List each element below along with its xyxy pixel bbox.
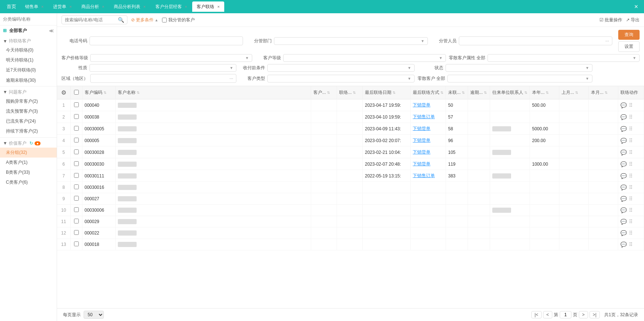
chat-icon[interactable]: 💬 <box>620 184 627 190</box>
settings-icon[interactable]: ⚙ <box>61 89 66 96</box>
more-actions-icon[interactable]: ⠿ <box>629 161 633 167</box>
sidebar-item-churn-warning[interactable]: 流失预警客户(3) <box>0 106 57 116</box>
first-page-button[interactable]: |< <box>531 311 542 318</box>
th-last-month[interactable]: 上月...⇅ <box>559 86 589 99</box>
row-last-contact-method[interactable]: 下销货单 <box>411 135 446 147</box>
row-checkbox[interactable] <box>74 126 79 131</box>
select-price-level[interactable]: ▼ <box>90 54 252 62</box>
close-all-button[interactable]: × <box>631 3 641 11</box>
sidebar-item-a-class[interactable]: A类客户(1) <box>0 158 57 167</box>
search-button[interactable]: 查询 <box>618 30 640 40</box>
contact-method-link[interactable]: 下销货单 <box>413 149 430 155</box>
all-customers-header[interactable]: ⊞ 全部客户 ≪ <box>0 25 57 36</box>
chat-icon[interactable]: 💬 <box>620 207 627 213</box>
select-customer-level[interactable]: ▼ <box>283 54 446 62</box>
row-checkbox[interactable] <box>74 138 79 142</box>
contact-method-link[interactable]: 下销货单 <box>413 138 430 143</box>
row-checkbox[interactable] <box>74 219 79 223</box>
row-last-contact-method[interactable]: 下销货单 <box>411 147 446 158</box>
more-actions-icon[interactable]: ⠿ <box>629 196 633 202</box>
more-actions-icon[interactable]: ⠿ <box>629 219 633 225</box>
more-actions-icon[interactable]: ⠿ <box>629 138 633 144</box>
close-customer-segment-tab[interactable]: × <box>185 4 187 9</box>
chat-icon[interactable]: 💬 <box>620 161 627 167</box>
main-search-input[interactable] <box>65 17 116 22</box>
more-actions-icon[interactable]: ⠿ <box>629 102 633 108</box>
area-dots-icon[interactable]: ··· <box>229 76 233 81</box>
sidebar-item-b-class[interactable]: B类客户(33) <box>0 167 57 177</box>
close-sales-tab[interactable]: × <box>41 4 43 9</box>
sidebar-item-7days-pending[interactable]: 近7天待联络(0) <box>0 65 57 75</box>
page-size-select[interactable]: 50 100 200 <box>84 311 104 319</box>
row-checkbox[interactable] <box>74 173 79 178</box>
row-checkbox[interactable] <box>74 102 79 107</box>
row-checkbox[interactable] <box>74 207 79 212</box>
chat-icon[interactable]: 💬 <box>620 149 627 155</box>
row-checkbox[interactable] <box>74 196 79 201</box>
main-search-icon[interactable]: 🔍 <box>118 17 124 23</box>
th-uncontacted[interactable]: 未联...⇅ <box>446 86 468 99</box>
select-customer-type[interactable]: ▼ <box>267 75 414 82</box>
sidebar-group-value[interactable]: ▼ 价值客户 ↻ ● <box>0 138 57 148</box>
sidebar-group-problem[interactable]: ▼ 问题客户 <box>0 87 57 96</box>
close-purchase-tab[interactable]: × <box>69 4 71 9</box>
close-product-analysis-list-tab[interactable]: × <box>143 4 145 9</box>
sidebar-item-stockpile-abnormal[interactable]: 囤购异常客户(2) <box>0 96 57 106</box>
more-filter-button[interactable]: ⊘ 更多条件 ▲ <box>131 17 158 23</box>
select-area[interactable]: ··· <box>90 74 236 83</box>
contact-method-link[interactable]: 下销售订单 <box>413 173 435 178</box>
th-code[interactable]: 客户编码⇅ <box>82 86 115 99</box>
select-person[interactable]: ··· <box>459 36 612 45</box>
sidebar-search-input[interactable] <box>3 17 57 22</box>
chat-icon[interactable]: 💬 <box>620 102 627 108</box>
batch-ops-button[interactable]: ☑ 批量操作 <box>599 17 622 23</box>
th-partner[interactable]: 往来单位联系人⇅ <box>490 86 530 99</box>
row-last-contact-method[interactable]: 下销货单 <box>411 123 446 135</box>
close-customer-contact-tab[interactable]: × <box>217 4 219 9</box>
my-customers-checkbox-label[interactable]: 我分管的客户 <box>162 17 195 23</box>
tab-customer-segment[interactable]: 客户分层经客 × <box>151 1 191 12</box>
row-checkbox[interactable] <box>74 241 79 246</box>
tab-customer-contact[interactable]: 客户联络 × <box>192 1 224 12</box>
more-actions-icon[interactable]: ⠿ <box>629 173 633 179</box>
row-last-contact-method[interactable]: 下销售订单 <box>411 111 446 123</box>
tab-product-analysis[interactable]: 商品分析 × <box>77 1 109 12</box>
close-product-analysis-tab[interactable]: × <box>102 4 104 9</box>
row-checkbox[interactable] <box>74 161 79 166</box>
sidebar-item-declining[interactable]: 持续下滑客户(2) <box>0 126 57 136</box>
tab-product-analysis-list[interactable]: 商品分析列表 × <box>109 1 150 12</box>
th-customer[interactable]: 客户...⇅ <box>311 86 337 99</box>
home-tab[interactable]: 首页 <box>3 3 20 10</box>
chat-icon[interactable]: 💬 <box>620 230 627 236</box>
th-name[interactable]: 客户名称⇅ <box>115 86 311 99</box>
more-actions-icon[interactable]: ⠿ <box>629 149 633 155</box>
row-checkbox[interactable] <box>74 149 79 154</box>
chat-icon[interactable]: 💬 <box>620 241 627 247</box>
chat-icon[interactable]: 💬 <box>620 114 627 120</box>
select-nature[interactable]: ▼ <box>89 64 236 72</box>
reset-button[interactable]: 设置 <box>618 41 640 52</box>
next-page-button[interactable]: > <box>579 311 588 318</box>
th-this-month[interactable]: 本月...⇅ <box>589 86 618 99</box>
last-page-button[interactable]: >| <box>590 311 600 318</box>
contact-method-link[interactable]: 下销货单 <box>413 161 430 166</box>
sidebar-item-c-class[interactable]: C类客户(6) <box>0 177 57 187</box>
chat-icon[interactable]: 💬 <box>620 126 627 132</box>
contact-method-link[interactable]: 下销货单 <box>413 126 430 131</box>
more-actions-icon[interactable]: ⠿ <box>629 207 633 213</box>
th-overdue[interactable]: 逾期...⇅ <box>468 86 490 99</box>
select-status[interactable]: ▼ <box>446 64 592 72</box>
more-actions-icon[interactable]: ⠿ <box>629 230 633 236</box>
prev-page-button[interactable]: < <box>543 311 552 318</box>
sidebar-item-today-pending[interactable]: 今天待联络(0) <box>0 45 57 55</box>
tab-purchase[interactable]: 进货单 × <box>49 1 76 12</box>
more-actions-icon[interactable]: ⠿ <box>629 114 633 120</box>
th-last-contact-date[interactable]: 最后联络日期⇅ <box>363 86 411 99</box>
chat-icon[interactable]: 💬 <box>620 173 627 179</box>
more-actions-icon[interactable]: ⠿ <box>629 184 633 190</box>
tab-sales[interactable]: 销售单 × <box>21 1 48 12</box>
more-actions-icon[interactable]: ⠿ <box>629 126 633 132</box>
page-input[interactable] <box>560 311 571 318</box>
refresh-icon[interactable]: ↻ <box>29 141 33 146</box>
select-retail[interactable]: ▼ <box>447 75 592 82</box>
